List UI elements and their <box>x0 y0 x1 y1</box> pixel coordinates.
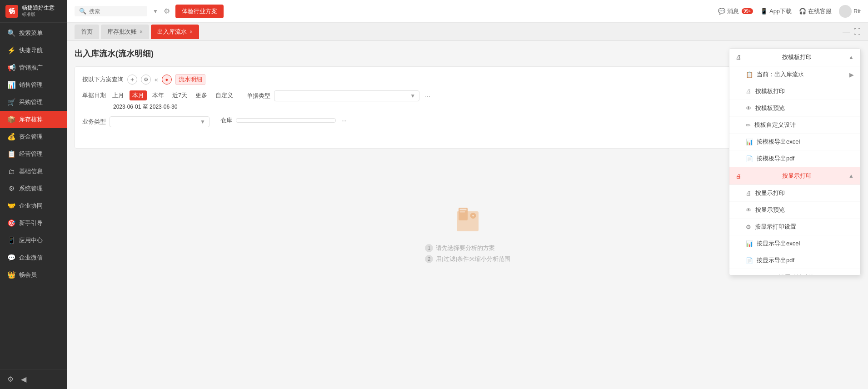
topbar-search-box[interactable]: 🔍 <box>75 6 147 16</box>
filter-settings-btn[interactable]: ⚙ <box>141 75 151 85</box>
sidebar-item-basic[interactable]: 🗂基础信息 <box>0 163 67 180</box>
app-download-btn[interactable]: 📱 App下载 <box>760 7 792 15</box>
message-badge: 99+ <box>742 8 753 14</box>
sidebar-label-purchase: 采购管理 <box>19 98 43 106</box>
settings-icon[interactable]: ⚙ <box>7 375 14 384</box>
tab-inout-label: 出入库流水 <box>157 28 187 36</box>
user-avatar[interactable]: Rit <box>839 5 861 18</box>
sidebar-label-shortcut: 快捷导航 <box>19 46 43 55</box>
basic-icon: 🗂 <box>7 168 15 175</box>
message-icon: 💬 <box>718 8 725 15</box>
type-select-dots[interactable]: ··· <box>425 92 430 100</box>
tab-inout-close[interactable]: × <box>190 29 193 35</box>
industry-btn[interactable]: 体验行业方案 <box>175 5 224 18</box>
tab-batch[interactable]: 库存批次账 × <box>101 25 149 39</box>
appcenter-icon: 📱 <box>7 236 15 244</box>
template-pdf-icon: 📄 <box>746 155 753 162</box>
filter-collapse-icon[interactable]: « <box>155 76 158 83</box>
sidebar-bottom: ⚙ ◀ <box>0 369 67 389</box>
warehouse-dots[interactable]: ··· <box>341 117 347 124</box>
sidebar-item-appcenter[interactable]: 📱应用中心 <box>0 232 67 249</box>
sidebar-label-newbie: 新手引导 <box>19 219 43 227</box>
sidebar-item-operation[interactable]: 📋经营管理 <box>0 145 67 163</box>
dropdown-item-display-print-item[interactable]: 🖨按显示打印 <box>729 185 860 202</box>
svg-text:?: ? <box>472 214 474 218</box>
sidebar-item-finance[interactable]: 💰资金管理 <box>0 128 67 145</box>
inventory-icon: 📦 <box>7 115 15 124</box>
sidebar-label-basic: 基础信息 <box>19 167 43 175</box>
sidebar-item-search[interactable]: 🔍搜索菜单 <box>0 25 67 42</box>
sidebar-item-collab[interactable]: 🤝企业协同 <box>0 197 67 214</box>
date-custom[interactable]: 自定义 <box>213 90 236 100</box>
sidebar-item-shortcut[interactable]: ⚡快捷导航 <box>0 42 67 59</box>
dropdown-item-display-pdf[interactable]: 📄按显示导出pdf <box>729 252 860 269</box>
tab-home[interactable]: 首页 <box>75 25 99 39</box>
collapse-icon[interactable]: ◀ <box>21 375 26 384</box>
dropdown-item-current[interactable]: 📋当前：出入库流水▶ <box>729 66 860 83</box>
dropdown-item-template-excel[interactable]: 📊按模板导出excel <box>729 134 860 150</box>
main-area: 🔍 ▼ ⚙ 体验行业方案 💬 消息 99+ 📱 App下载 🎧 在线客服 Rit <box>67 0 868 389</box>
date-7days[interactable]: 近7天 <box>170 90 190 100</box>
type-select-arrow: ▼ <box>410 93 415 99</box>
date-current-month[interactable]: 本月 <box>130 90 147 100</box>
app-icon: 📱 <box>760 8 768 15</box>
topbar: 🔍 ▼ ⚙ 体验行业方案 💬 消息 99+ 📱 App下载 🎧 在线客服 Rit <box>67 0 868 23</box>
dropdown-setdefault-header[interactable]: ⚙设置默认功能▼ <box>729 269 860 275</box>
dropdown-display-header[interactable]: 🖨按显示打印▲ <box>729 167 860 185</box>
biz-select-arrow: ▼ <box>200 119 205 125</box>
sales-icon: 📊 <box>7 81 15 89</box>
sidebar-item-marketing[interactable]: 📢营销推广 <box>0 59 67 76</box>
app-logo: 畅 畅捷通好生意 标准版 <box>0 0 67 23</box>
svg-rect-3 <box>459 211 465 212</box>
type-select[interactable]: ▼ <box>274 90 419 101</box>
search-chevron-icon[interactable]: ▼ <box>153 8 158 15</box>
filter-add-btn[interactable]: + <box>127 75 137 85</box>
logo-name: 畅捷通好生意 <box>22 5 55 12</box>
dropdown-item-display-excel[interactable]: 📊按显示导出excel <box>729 235 860 252</box>
date-more[interactable]: 更多 <box>193 90 210 100</box>
tab-minimize-icon[interactable]: — <box>843 28 850 36</box>
warehouse-select[interactable] <box>236 118 336 123</box>
tab-home-label: 首页 <box>81 28 93 36</box>
filter-section-label: 按以下方案查询 <box>82 75 124 84</box>
online-service-btn[interactable]: 🎧 在线客服 <box>799 7 832 15</box>
tab-batch-close[interactable]: × <box>140 29 143 35</box>
dropdown-item-template-pdf[interactable]: 📄按模板导出pdf <box>729 150 860 167</box>
dropdown-item-template-print-item[interactable]: 🖨按模板打印 <box>729 83 860 100</box>
sidebar-label-marketing: 营销推广 <box>19 64 43 72</box>
template-custom-icon: ✏ <box>746 122 751 129</box>
sidebar-item-member[interactable]: 👑畅会员 <box>0 266 67 284</box>
warehouse-field: 仓库 ··· <box>220 116 347 125</box>
sidebar-item-sales[interactable]: 📊销售管理 <box>0 76 67 94</box>
sidebar-item-newbie[interactable]: 🎯新手引导 <box>0 214 67 232</box>
filter-tag-badge: ● <box>162 75 172 85</box>
tab-inout[interactable]: 出入库流水 × <box>151 25 199 39</box>
sidebar-item-inventory[interactable]: 📦库存核算 <box>0 111 67 128</box>
dropdown-print-icon: 🖨 <box>736 54 742 61</box>
page-content: 出入库流水(流水明细) 🖨 按模板打印 ▲ ↑ 导出 ↺ 刷新 <box>67 41 868 389</box>
shortcut-icon: ⚡ <box>7 46 15 55</box>
dropdown-item-display-preview[interactable]: 👁按显示预览 <box>729 202 860 219</box>
dropdown-item-display-print-settings[interactable]: ⚙按显示打印设置 <box>729 219 860 235</box>
tab-expand-icon[interactable]: ⛶ <box>853 28 861 36</box>
filter-tag-label[interactable]: 流水明细 <box>175 74 205 85</box>
tab-batch-label: 库存批次账 <box>107 28 137 36</box>
display-print-item-icon: 🖨 <box>746 190 752 197</box>
empty-hint-2: 2 用[过滤]条件来缩小分析范围 <box>425 255 510 263</box>
date-this-year[interactable]: 本年 <box>150 90 167 100</box>
display-print-icon: 🖨 <box>736 173 742 180</box>
search-icon: 🔍 <box>7 29 15 37</box>
date-range-value: 2023-06-01 至 2023-06-30 <box>113 104 177 110</box>
sidebar-item-wechat[interactable]: 💬企业微信 <box>0 249 67 266</box>
message-btn[interactable]: 💬 消息 99+ <box>718 7 753 15</box>
date-prev-month[interactable]: 上月 <box>110 90 127 100</box>
dropdown-item-template-custom[interactable]: ✏模板自定义设计 <box>729 117 860 134</box>
topbar-gear-icon[interactable]: ⚙ <box>164 7 170 15</box>
page-wrapper: 出入库流水(流水明细) 🖨 按模板打印 ▲ ↑ 导出 ↺ 刷新 <box>75 48 861 293</box>
sidebar-item-purchase[interactable]: 🛒采购管理 <box>0 94 67 111</box>
dropdown-header[interactable]: 🖨按模板打印▲ <box>729 49 860 66</box>
biz-type-select[interactable]: ▼ <box>110 116 210 127</box>
search-input[interactable] <box>89 8 135 15</box>
dropdown-item-template-preview[interactable]: 👁按模板预览 <box>729 100 860 117</box>
sidebar-item-system[interactable]: ⚙系统管理 <box>0 180 67 197</box>
